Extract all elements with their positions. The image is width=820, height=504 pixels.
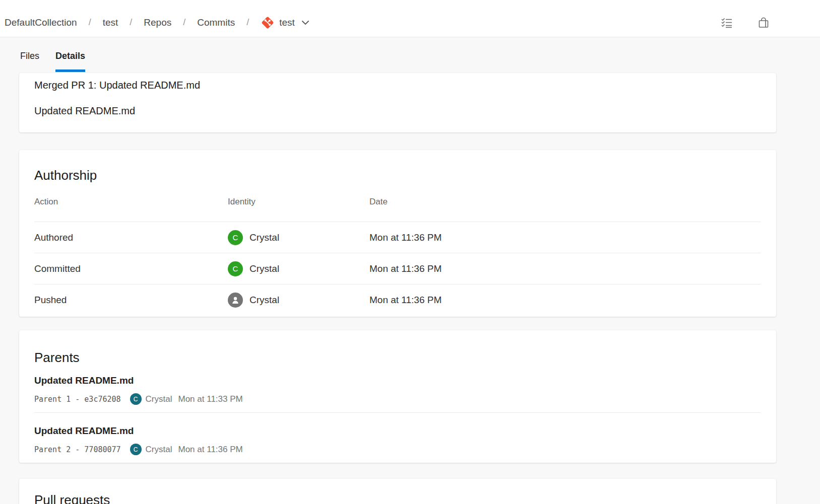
commit-message-card: Merged PR 1: Updated README.md Updated R… <box>19 73 776 132</box>
avatar: C <box>228 230 243 245</box>
parent-commit-link[interactable]: Updated README.md <box>34 425 761 437</box>
action-cell: Pushed <box>34 295 228 306</box>
date-cell: Mon at 11:36 PM <box>369 263 761 274</box>
date-cell: Mon at 11:36 PM <box>369 232 761 243</box>
parents-card: Parents Updated README.md Parent 1 - e3c… <box>19 330 776 463</box>
table-row-authored: Authored C Crystal Mon at 11:36 PM <box>34 222 761 253</box>
pull-requests-card: Pull requests <box>19 479 776 504</box>
action-cell: Authored <box>34 232 228 243</box>
breadcrumb-separator: / <box>89 17 91 28</box>
table-row-pushed: Pushed Crystal Mon at 11:36 PM <box>34 284 761 315</box>
chevron-down-icon[interactable] <box>301 20 309 25</box>
breadcrumb-separator: / <box>183 17 185 28</box>
tab-files[interactable]: Files <box>20 51 39 72</box>
parent-commit-item: Updated README.md Parent 2 - 77080077 C … <box>34 412 761 463</box>
breadcrumb-collection[interactable]: DefaultCollection <box>5 17 77 28</box>
parent-commit-link[interactable]: Updated README.md <box>34 375 761 386</box>
identity-name: Crystal <box>249 232 279 243</box>
tab-details[interactable]: Details <box>55 51 85 72</box>
avatar: C <box>130 393 142 405</box>
identity-cell: Crystal <box>228 293 369 308</box>
parent-commit-meta: Parent 2 - 77080077 C Crystal Mon at 11:… <box>34 444 761 455</box>
column-header-action: Action <box>34 197 228 207</box>
parent-hash-label: Parent 1 - e3c76208 <box>34 394 121 404</box>
breadcrumb-project[interactable]: test <box>103 17 118 28</box>
top-bar: DefaultCollection / test / Repos / Commi… <box>0 0 820 37</box>
breadcrumb-separator: / <box>130 17 132 28</box>
table-row-committed: Committed C Crystal Mon at 11:36 PM <box>34 253 761 284</box>
git-repo-icon <box>261 16 275 30</box>
checklist-icon[interactable] <box>721 17 733 29</box>
tab-bar: Files Details <box>0 37 820 72</box>
breadcrumb-repo-name[interactable]: test <box>279 17 295 28</box>
pull-requests-heading: Pull requests <box>34 479 761 504</box>
identity-name: Crystal <box>146 394 172 404</box>
action-cell: Committed <box>34 263 228 274</box>
parent-commit-meta: Parent 1 - e3c76208 C Crystal Mon at 11:… <box>34 393 761 405</box>
avatar: C <box>130 444 142 455</box>
identity-cell: C Crystal <box>228 261 369 276</box>
authorship-heading: Authorship <box>34 150 761 184</box>
marketplace-bag-icon[interactable] <box>758 17 770 29</box>
identity-name: Crystal <box>249 263 279 274</box>
breadcrumb-repos[interactable]: Repos <box>144 17 171 28</box>
parent-commit-item: Updated README.md Parent 1 - e3c76208 C … <box>34 366 761 412</box>
authorship-table-header: Action Identity Date <box>34 184 761 222</box>
person-avatar-icon <box>228 293 243 308</box>
parent-hash-label: Parent 2 - 77080077 <box>34 445 121 455</box>
breadcrumb-repo-picker[interactable]: test <box>261 16 309 30</box>
commit-date: Mon at 11:33 PM <box>178 394 243 404</box>
column-header-identity: Identity <box>228 197 369 207</box>
identity-name: Crystal <box>146 445 172 455</box>
commit-title: Merged PR 1: Updated README.md <box>34 80 761 91</box>
authorship-card: Authorship Action Identity Date Authored… <box>19 150 776 317</box>
identity-name: Crystal <box>249 295 279 306</box>
breadcrumb: DefaultCollection / test / Repos / Commi… <box>5 16 309 30</box>
avatar: C <box>228 261 243 276</box>
commit-description: Updated README.md <box>34 105 761 117</box>
date-cell: Mon at 11:36 PM <box>369 295 761 306</box>
parents-heading: Parents <box>34 330 761 366</box>
topbar-icon-group <box>721 17 770 29</box>
identity-cell: C Crystal <box>228 230 369 245</box>
breadcrumb-separator: / <box>246 17 249 28</box>
column-header-date: Date <box>369 197 761 207</box>
commit-date: Mon at 11:36 PM <box>178 445 243 455</box>
breadcrumb-commits[interactable]: Commits <box>197 17 235 28</box>
